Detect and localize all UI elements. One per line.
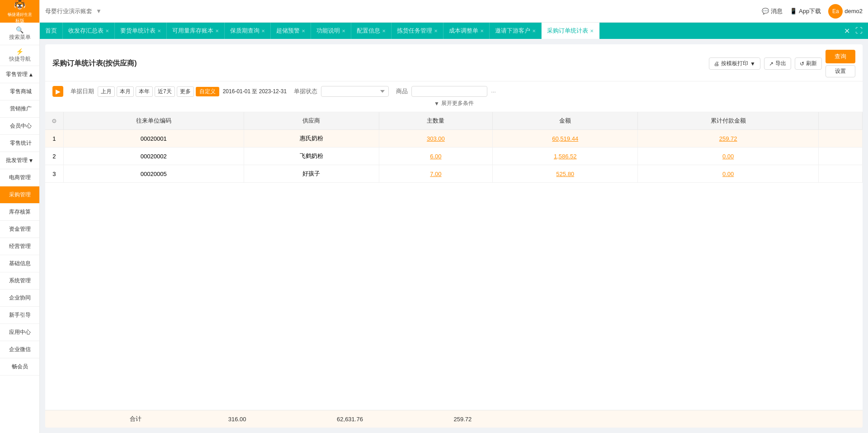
- close-tab-picking-task[interactable]: ✕: [434, 29, 438, 33]
- tab-purchase-summary[interactable]: 采购订单统计表 ✕: [542, 23, 599, 39]
- close-tab-purchase-summary[interactable]: ✕: [590, 29, 594, 33]
- date-this-year-btn[interactable]: 本年: [136, 86, 153, 97]
- page-header-actions: 🖨 按模板打印 ▼ ↗ 导出 ↺ 刷新 查询 设置: [709, 50, 855, 77]
- tab-config-info[interactable]: 配置信息 ✕: [351, 23, 392, 39]
- close-tab-income-summary[interactable]: ✕: [105, 29, 109, 33]
- col-qty: 主数量: [379, 112, 492, 130]
- sidebar-item-cooperation[interactable]: 企业协同: [0, 290, 39, 307]
- sidebar-item-wechat[interactable]: 企业微信: [0, 341, 39, 358]
- table-row: 2 00020002 飞鹤奶粉 6.00 1,586.52 0.00: [45, 148, 863, 165]
- sidebar-item-wholesale[interactable]: 批发管理 ▼: [0, 152, 39, 169]
- user-name: demo2: [844, 8, 863, 14]
- logo-subtitle: 畅捷通好生意: [8, 12, 32, 18]
- row-2-supplier: 飞鹤奶粉: [244, 148, 379, 165]
- data-table: ⚙ 往来单位编码 供应商 主数量 金额 累计付款金额 1 00020001: [45, 112, 863, 183]
- sidebar-item-inventory[interactable]: 库存核算: [0, 204, 39, 221]
- close-tab-overstock-warning[interactable]: ✕: [302, 29, 305, 33]
- product-filter-input[interactable]: [411, 86, 487, 97]
- nav-tabs: 首页 收发存汇总表 ✕ 要货单统计表 ✕ 可用量库存账本 ✕ 保质期查询 ✕ 超…: [40, 23, 868, 39]
- close-all-tabs-btn[interactable]: ✕: [842, 27, 852, 35]
- sidebar-item-vip[interactable]: 畅会员: [0, 358, 39, 376]
- user-profile-btn[interactable]: Ea demo2: [828, 4, 863, 19]
- date-this-month-btn[interactable]: 本月: [117, 86, 134, 97]
- row-3-code: 00020005: [63, 165, 244, 183]
- row-1-paid[interactable]: 259.72: [638, 130, 819, 148]
- sidebar-item-marketing[interactable]: 营销推广: [0, 100, 39, 118]
- column-settings-icon[interactable]: ⚙: [52, 118, 57, 124]
- tab-invite-customer[interactable]: 邀请下游客户 ✕: [490, 23, 542, 39]
- top-bar-right: 💬 消息 📱 App下载 Ea demo2: [762, 4, 863, 19]
- expand-more-row: ▼ 展开更多条件: [52, 97, 855, 107]
- row-3-amount[interactable]: 525.80: [493, 165, 638, 183]
- sidebar-item-operations[interactable]: 经营管理: [0, 238, 39, 255]
- tab-picking-task[interactable]: 拣货任务管理 ✕: [392, 23, 443, 39]
- row-2-amount[interactable]: 1,586.52: [493, 148, 638, 165]
- row-2-no: 2: [45, 148, 63, 165]
- sidebar-quick-nav[interactable]: ⚡ 快捷导航: [0, 45, 39, 66]
- sidebar: 🐯 畅捷通好生意 标版 🔍 搜索菜单 ⚡ 快捷导航 零售管理 ▲ 零售商城 营销…: [0, 0, 40, 433]
- filter-toggle-btn[interactable]: ▶: [52, 86, 63, 97]
- tab-home[interactable]: 首页: [40, 23, 63, 39]
- sidebar-item-ecommerce[interactable]: 电商管理: [0, 169, 39, 186]
- col-settings[interactable]: ⚙: [45, 112, 63, 130]
- row-1-qty[interactable]: 303.00: [379, 130, 492, 148]
- filter-row-1: ▶ 单据日期 上月 本月 本年 近7天 更多 自定义 2016-01-01 至 …: [52, 86, 855, 97]
- close-tab-function-desc[interactable]: ✕: [342, 29, 345, 33]
- status-filter-select[interactable]: [321, 86, 389, 97]
- tab-cost-adjust[interactable]: 成本调整单 ✕: [443, 23, 490, 39]
- download-icon: 📱: [790, 8, 797, 14]
- filter-area: ▶ 单据日期 上月 本月 本年 近7天 更多 自定义 2016-01-01 至 …: [45, 81, 863, 112]
- refresh-button[interactable]: ↺ 刷新: [795, 57, 822, 70]
- col-supplier: 供应商: [244, 112, 379, 130]
- date-more-btn[interactable]: 更多: [177, 86, 194, 97]
- tab-function-desc[interactable]: 功能说明 ✕: [311, 23, 351, 39]
- message-btn[interactable]: 💬 消息: [762, 7, 783, 15]
- date-filter-label: 单据日期: [71, 87, 94, 95]
- sidebar-item-purchase[interactable]: 采购管理: [0, 186, 39, 204]
- close-tab-warranty-query[interactable]: ✕: [261, 29, 265, 33]
- tab-income-summary[interactable]: 收发存汇总表 ✕: [63, 23, 115, 39]
- close-tab-invite-customer[interactable]: ✕: [532, 29, 536, 33]
- logo-icon: 🐯: [14, 0, 26, 11]
- sidebar-item-finance[interactable]: 资金管理: [0, 221, 39, 238]
- tab-requisition-summary[interactable]: 要货单统计表 ✕: [115, 23, 167, 39]
- main-area: 母婴行业演示账套 ▼ 💬 消息 📱 App下载 Ea demo2 首页: [40, 0, 868, 433]
- expand-more-btn[interactable]: ▼ 展开更多条件: [434, 100, 474, 107]
- row-2-qty[interactable]: 6.00: [379, 148, 492, 165]
- sidebar-item-guide[interactable]: 新手引导: [0, 307, 39, 324]
- print-button[interactable]: 🖨 按模板打印 ▼: [709, 57, 760, 70]
- row-3-qty[interactable]: 7.00: [379, 165, 492, 183]
- row-1-amount[interactable]: 60,519.44: [493, 130, 638, 148]
- row-3-paid[interactable]: 0.00: [638, 165, 819, 183]
- close-tab-requisition-summary[interactable]: ✕: [157, 29, 161, 33]
- sidebar-item-retail-mall[interactable]: 零售商城: [0, 83, 39, 100]
- export-button[interactable]: ↗ 导出: [764, 57, 791, 70]
- row-2-paid[interactable]: 0.00: [638, 148, 819, 165]
- tab-available-stock[interactable]: 可用量库存账本 ✕: [167, 23, 225, 39]
- sidebar-item-retail[interactable]: 零售管理 ▲: [0, 66, 39, 83]
- close-tab-cost-adjust[interactable]: ✕: [480, 29, 484, 33]
- sidebar-search[interactable]: 🔍 搜索菜单: [0, 23, 39, 45]
- close-tab-available-stock[interactable]: ✕: [215, 29, 219, 33]
- tab-warranty-query[interactable]: 保质期查询 ✕: [225, 23, 271, 39]
- date-7days-btn[interactable]: 近7天: [155, 86, 175, 97]
- date-prev-month-btn[interactable]: 上月: [98, 86, 115, 97]
- maximize-btn[interactable]: ⛶: [854, 27, 864, 35]
- col-code: 往来单位编码: [63, 112, 244, 130]
- footer-paid: 259.72: [406, 416, 519, 423]
- sidebar-item-member[interactable]: 会员中心: [0, 118, 39, 135]
- sidebar-item-app-center[interactable]: 应用中心: [0, 324, 39, 341]
- close-tab-config-info[interactable]: ✕: [382, 29, 386, 33]
- workspace-selector-group[interactable]: 母婴行业演示账套 ▼: [45, 7, 102, 15]
- tab-overstock-warning[interactable]: 超储预警 ✕: [271, 23, 311, 39]
- sidebar-item-basics[interactable]: 基础信息: [0, 255, 39, 272]
- product-filter-more[interactable]: ···: [491, 88, 496, 95]
- query-button[interactable]: 查询: [826, 50, 855, 63]
- app-download-btn[interactable]: 📱 App下载: [790, 7, 821, 15]
- row-2-extra: [818, 148, 862, 165]
- sidebar-item-retail-stats[interactable]: 零售统计: [0, 135, 39, 152]
- settings-button[interactable]: 设置: [826, 65, 855, 77]
- sidebar-item-system[interactable]: 系统管理: [0, 272, 39, 290]
- workspace-dropdown-icon[interactable]: ▼: [96, 8, 102, 14]
- date-quick-btns: 上月 本月 本年 近7天 更多 自定义: [98, 86, 219, 97]
